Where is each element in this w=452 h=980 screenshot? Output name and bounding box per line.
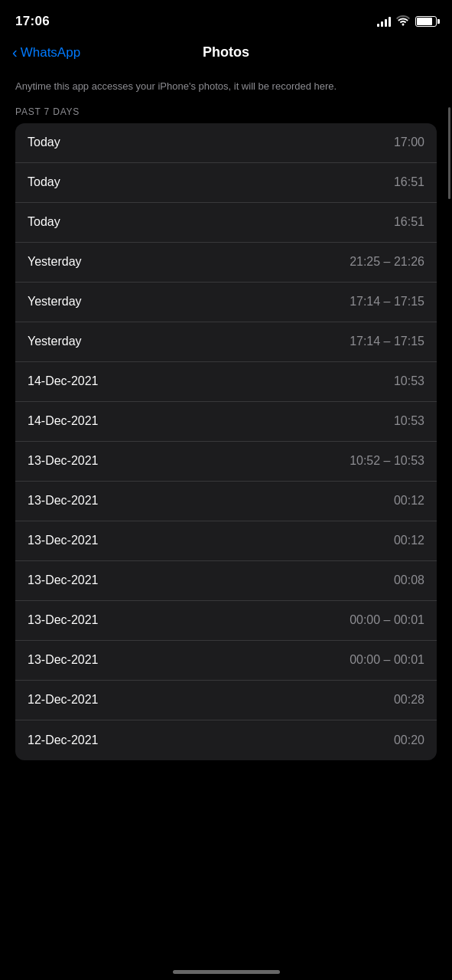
row-time-label: 00:28: [394, 693, 424, 707]
nav-header: ‹ WhatsApp Photos: [0, 38, 452, 73]
row-date-label: 12-Dec-2021: [28, 733, 99, 747]
table-row: Today16:51: [15, 163, 437, 203]
row-time-label: 10:53: [394, 374, 424, 388]
row-time-label: 10:52 – 10:53: [350, 454, 424, 468]
row-date-label: Yesterday: [28, 255, 82, 269]
chevron-left-icon: ‹: [12, 44, 18, 60]
row-time-label: 00:12: [394, 494, 424, 508]
row-time-label: 00:00 – 00:01: [350, 613, 424, 627]
table-row: 12-Dec-202100:20: [15, 720, 437, 760]
table-row: Today16:51: [15, 203, 437, 243]
row-date-label: 13-Dec-2021: [28, 573, 99, 587]
row-date-label: Yesterday: [28, 295, 82, 309]
row-date-label: 13-Dec-2021: [28, 653, 99, 667]
back-button[interactable]: ‹ WhatsApp: [12, 45, 80, 60]
row-date-label: 14-Dec-2021: [28, 374, 99, 388]
row-date-label: 13-Dec-2021: [28, 454, 99, 468]
row-date-label: 12-Dec-2021: [28, 693, 99, 707]
table-row: 13-Dec-202100:12: [15, 482, 437, 521]
row-time-label: 00:12: [394, 534, 424, 547]
table-row: 12-Dec-202100:28: [15, 681, 437, 720]
status-bar: 17:06: [0, 0, 452, 38]
section-header: PAST 7 DAYS: [0, 106, 452, 123]
row-time-label: 00:08: [394, 573, 424, 587]
battery-icon: [415, 16, 437, 27]
home-indicator: [173, 970, 280, 974]
row-time-label: 17:14 – 17:15: [350, 335, 424, 348]
row-date-label: 13-Dec-2021: [28, 613, 99, 627]
table-row: Yesterday17:14 – 17:15: [15, 283, 437, 322]
row-time-label: 16:51: [394, 215, 424, 229]
table-row: 13-Dec-202100:00 – 00:01: [15, 601, 437, 641]
row-date-label: 14-Dec-2021: [28, 414, 99, 428]
table-row: 13-Dec-202100:00 – 00:01: [15, 641, 437, 681]
row-time-label: 17:14 – 17:15: [350, 295, 424, 309]
row-time-label: 16:51: [394, 175, 424, 189]
description-text: Anytime this app accesses your iPhone's …: [0, 73, 452, 106]
table-row: Yesterday21:25 – 21:26: [15, 243, 437, 283]
status-icons: [377, 15, 437, 28]
scrollbar[interactable]: [448, 107, 450, 199]
row-time-label: 17:00: [394, 136, 424, 149]
table-row: 14-Dec-202110:53: [15, 362, 437, 402]
table-row: 13-Dec-202100:08: [15, 561, 437, 601]
row-time-label: 10:53: [394, 414, 424, 428]
table-row: 13-Dec-202100:12: [15, 521, 437, 561]
access-log-list: Today17:00Today16:51Today16:51Yesterday2…: [15, 123, 437, 760]
row-date-label: Today: [28, 136, 60, 149]
row-date-label: Today: [28, 175, 60, 189]
signal-icon: [377, 16, 391, 27]
row-time-label: 21:25 – 21:26: [350, 255, 424, 269]
status-time: 17:06: [15, 14, 50, 29]
back-label: WhatsApp: [21, 45, 80, 60]
row-date-label: 13-Dec-2021: [28, 534, 99, 547]
wifi-icon: [396, 15, 410, 28]
page-title: Photos: [203, 44, 249, 60]
table-row: 13-Dec-202110:52 – 10:53: [15, 442, 437, 482]
table-row: 14-Dec-202110:53: [15, 402, 437, 442]
row-date-label: 13-Dec-2021: [28, 494, 99, 508]
row-time-label: 00:20: [394, 733, 424, 747]
table-row: Yesterday17:14 – 17:15: [15, 322, 437, 362]
row-date-label: Yesterday: [28, 335, 82, 348]
row-date-label: Today: [28, 215, 60, 229]
row-time-label: 00:00 – 00:01: [350, 653, 424, 667]
table-row: Today17:00: [15, 123, 437, 163]
